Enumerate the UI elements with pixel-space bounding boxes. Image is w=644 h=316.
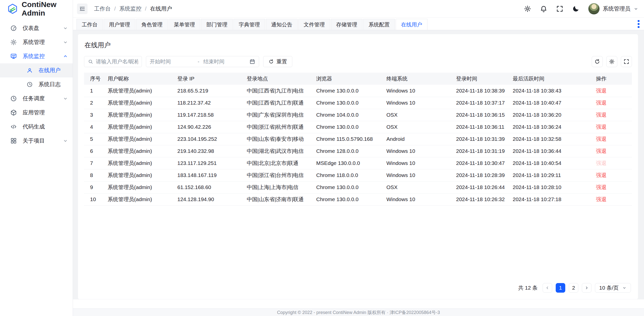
tab[interactable]: 用户管理 [104, 19, 135, 30]
user-name: 系统管理员 [603, 5, 630, 13]
force-logout-link[interactable]: 强退 [596, 124, 607, 130]
table-row: 3 系统管理员(admin) 119.147.218.58 中国|广东省|深圳市… [84, 109, 632, 121]
table-row: 7 系统管理员(admin) 123.117.129.251 中国|北京|北京市… [84, 157, 632, 169]
tab[interactable]: 菜单管理 [169, 19, 200, 30]
sidebar-item-dashboard[interactable]: 仪表盘 [0, 21, 73, 35]
chevron-down-icon [622, 286, 627, 290]
sidebar-item-online-users[interactable]: 在线用户 [0, 63, 73, 77]
table-fullscreen-button[interactable] [621, 56, 632, 67]
reset-button[interactable]: 重置 [263, 56, 292, 67]
cell-ip: 124.128.194.90 [172, 193, 241, 205]
tab[interactable]: 字典管理 [233, 19, 265, 30]
cube-icon [10, 109, 17, 116]
force-logout-link[interactable]: 强退 [596, 88, 607, 94]
date-range-picker[interactable]: - [146, 56, 259, 67]
menu-fold-icon[interactable] [77, 4, 88, 14]
refresh-button[interactable] [592, 56, 603, 67]
next-page-button[interactable] [582, 283, 591, 293]
cell-location: 中国|湖北省|武汉市|电信 [241, 145, 311, 157]
col-os: 终端系统 [381, 73, 451, 85]
cell-browser: Chrome 115.0.5790.168 [311, 133, 381, 145]
gear-icon [10, 39, 17, 46]
app-root: ContiNew Admin 仪表盘 系统管理 [0, 0, 644, 316]
chevron-down-icon [63, 96, 68, 101]
cell-nickname: 系统管理员(admin) [102, 121, 172, 133]
sidebar-item-code-generation[interactable]: 代码生成 [0, 120, 73, 134]
sidebar-item-system-management[interactable]: 系统管理 [0, 35, 73, 49]
fullscreen-icon[interactable] [556, 5, 564, 13]
tab[interactable]: 文件管理 [298, 19, 330, 30]
content: 在线用户 - [73, 30, 644, 299]
logo-hexagon-icon [7, 3, 18, 14]
table-header-row: 序号 用户昵称 登录 IP 登录地点 浏览器 终端系统 登录时间 最后活跃时间 … [84, 73, 632, 85]
chevron-down-icon [63, 138, 68, 144]
end-time-input[interactable] [203, 59, 247, 65]
sidebar-item-app-management[interactable]: 应用管理 [0, 106, 73, 120]
table-row: 1 系统管理员(admin) 218.65.5.219 中国|江西省|九江市|电… [84, 85, 632, 97]
gear-icon[interactable] [524, 5, 531, 13]
cell-os: Android [381, 133, 451, 145]
force-logout-link[interactable]: 强退 [596, 184, 607, 190]
breadcrumb: 工作台 / 系统监控 / 在线用户 [94, 5, 172, 13]
cell-login-time: 2024-11-18 10:28:39 [451, 169, 507, 181]
search-input[interactable] [96, 59, 138, 65]
column-settings-button[interactable] [606, 56, 617, 67]
tab[interactable]: 在线用户 [396, 19, 427, 30]
cell-index: 1 [84, 85, 102, 97]
cell-location: 中国|浙江省|杭州市|联通 [241, 121, 311, 133]
chevron-down-icon [63, 25, 68, 31]
cell-last-active: 2024-11-18 10:40:47 [507, 97, 590, 109]
col-last-active: 最后活跃时间 [507, 73, 590, 85]
cell-ip: 123.117.129.251 [172, 157, 241, 169]
dark-mode-moon-icon[interactable] [572, 5, 580, 13]
cell-index: 7 [84, 157, 102, 169]
sidebar-item-system-log[interactable]: 系统日志 [0, 77, 73, 92]
tab[interactable]: 系统配置 [363, 19, 395, 30]
cell-last-active: 2024-11-18 10:36:44 [507, 145, 590, 157]
cell-browser: MSEdge 130.0.0.0 [311, 157, 381, 169]
cell-index: 9 [84, 181, 102, 193]
cell-ip: 219.140.232.98 [172, 145, 241, 157]
logo[interactable]: ContiNew Admin [0, 0, 73, 18]
tab[interactable]: 存储管理 [331, 19, 363, 30]
force-logout-link[interactable]: 强退 [596, 112, 607, 118]
sidebar-item-about-project[interactable]: 关于项目 [0, 134, 73, 148]
tab-more-icon[interactable] [638, 20, 639, 28]
tab[interactable]: 部门管理 [201, 19, 233, 30]
refresh-icon [594, 59, 600, 65]
page-button-1[interactable]: 1 [556, 283, 565, 293]
bell-icon[interactable] [540, 5, 547, 13]
force-logout-link[interactable]: 强退 [596, 196, 607, 202]
sidebar-item-task-scheduling[interactable]: 任务调度 [0, 92, 73, 106]
cell-os: OSX [381, 181, 451, 193]
cell-location: 中国|江西省|九江市|联通 [241, 97, 311, 109]
pagination: 共 12 条 1 2 10 条/页 [84, 278, 632, 293]
cell-ip: 218.65.5.219 [172, 85, 241, 97]
history-icon [26, 81, 33, 88]
cell-nickname: 系统管理员(admin) [102, 157, 172, 169]
tab[interactable]: 通知公告 [266, 19, 298, 30]
cell-browser: Chrome 130.0.0.0 [311, 181, 381, 193]
force-logout-link[interactable]: 强退 [596, 172, 607, 178]
force-logout-link[interactable]: 强退 [596, 160, 607, 166]
monitor-icon [10, 53, 17, 60]
page-button-2[interactable]: 2 [569, 283, 578, 293]
force-logout-link[interactable]: 强退 [596, 100, 607, 106]
online-users-table: 序号 用户昵称 登录 IP 登录地点 浏览器 终端系统 登录时间 最后活跃时间 … [84, 73, 632, 206]
cell-last-active: 2024-11-18 10:40:54 [507, 157, 590, 169]
tab[interactable]: 工作台 [76, 19, 103, 30]
page-size-select[interactable]: 10 条/页 [595, 283, 631, 293]
col-index: 序号 [84, 73, 102, 85]
cell-os: Windows 10 [381, 85, 451, 97]
start-time-input[interactable] [150, 59, 194, 65]
user-menu[interactable]: 系统管理员 [588, 3, 638, 15]
breadcrumb-item[interactable]: 系统监控 [119, 5, 141, 13]
prev-page-button[interactable] [543, 283, 552, 293]
force-logout-link[interactable]: 强退 [596, 148, 607, 154]
filter-row: - 重置 [84, 56, 632, 67]
sidebar-item-system-monitor[interactable]: 系统监控 [0, 49, 73, 63]
tab[interactable]: 角色管理 [136, 19, 168, 30]
app-title: ContiNew Admin [22, 0, 73, 17]
breadcrumb-item[interactable]: 工作台 [94, 5, 111, 13]
force-logout-link[interactable]: 强退 [596, 136, 607, 142]
